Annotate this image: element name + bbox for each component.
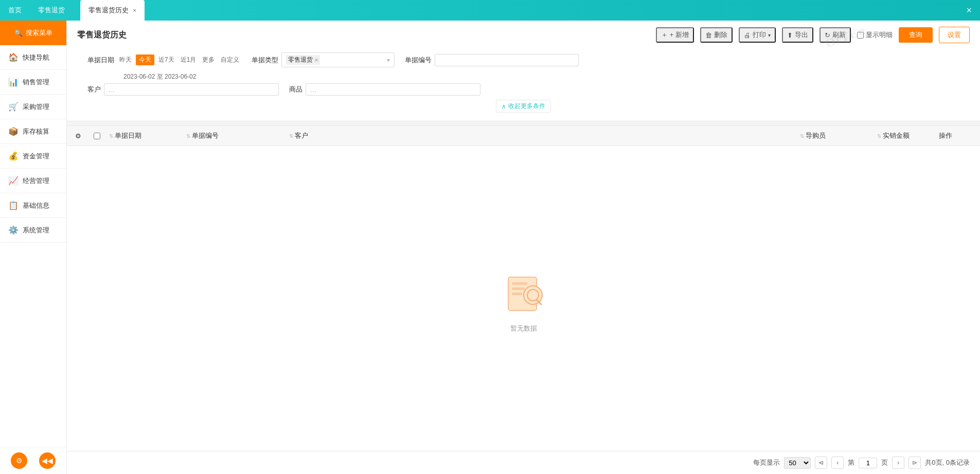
sidebar-item-finance[interactable]: 💰 资金管理: [0, 144, 66, 169]
sidebar: 🔍 搜索菜单 🏠 快捷导航 📊 销售管理 🛒 采购管理 📦 库存核算 💰 资金管…: [0, 21, 67, 474]
shortcut-7days[interactable]: 近7天: [156, 54, 176, 65]
display-detail-checkbox[interactable]: [857, 32, 864, 39]
bill-no-input[interactable]: [435, 54, 579, 66]
sidebar-footer: ⚙ ◀◀: [0, 447, 66, 474]
collapse-label: 收起更多条件: [508, 102, 545, 111]
tab-retail-return-history-close[interactable]: ×: [133, 7, 136, 13]
sidebar-search[interactable]: 🔍 搜索菜单: [0, 21, 66, 45]
tab-retail-return-close[interactable]: ×: [69, 7, 72, 13]
empty-state: 暂无数据: [67, 146, 980, 451]
th-ops: 操作: [935, 131, 976, 140]
new-button[interactable]: ＋ + 新增: [656, 27, 694, 43]
date-filter-label: 单据日期: [87, 56, 114, 65]
sidebar-item-system-label: 系统管理: [23, 226, 49, 235]
print-dropdown-icon: ▾: [768, 32, 771, 38]
shortcut-more[interactable]: 更多: [200, 54, 217, 65]
goods-input[interactable]: ...: [306, 83, 480, 96]
svg-rect-3: [512, 293, 522, 295]
th-ops-label: 操作: [939, 131, 952, 140]
shortcut-1month[interactable]: 近1月: [179, 54, 199, 65]
display-detail-label: 显示明细: [866, 30, 893, 40]
last-page-button[interactable]: ⊳: [908, 457, 921, 469]
purchase-icon: 🛒: [8, 102, 19, 112]
print-button[interactable]: 🖨 打印 ▾: [739, 27, 776, 43]
date-range-display: 2023-06-02 至 2023-06-02: [123, 73, 196, 80]
query-label: 查询: [909, 31, 922, 39]
sort-guide-icon: ⇅: [800, 133, 804, 139]
search-icon: 🔍: [14, 29, 23, 37]
page-size-label: 每页显示: [753, 458, 780, 467]
sidebar-item-purchase-label: 采购管理: [23, 102, 49, 112]
delete-icon: 🗑: [705, 31, 712, 39]
page-size-select[interactable]: 50 20 100: [784, 457, 811, 469]
sidebar-audio-button[interactable]: ◀◀: [39, 452, 56, 469]
operations-icon: 📈: [8, 176, 19, 186]
collapse-button[interactable]: ∧ 收起更多条件: [496, 100, 551, 113]
tab-home[interactable]: 首页: [0, 0, 30, 21]
th-date-label: 单据日期: [115, 131, 141, 140]
gear-icon: ⚙: [75, 132, 81, 140]
th-customer: ⇅ 客户: [285, 131, 796, 140]
sidebar-item-basic-info[interactable]: 📋 基础信息: [0, 193, 66, 218]
settings-button[interactable]: 设置: [939, 27, 970, 43]
bill-type-label: 单据类型: [252, 56, 278, 65]
sidebar-item-quicknav[interactable]: 🏠 快捷导航: [0, 45, 66, 70]
bill-type-tag-remove[interactable]: ×: [314, 57, 318, 64]
bill-type-tag-value: 零售退货: [288, 56, 313, 64]
th-customer-label: 客户: [295, 131, 308, 140]
select-all-checkbox[interactable]: [94, 133, 100, 139]
sidebar-item-inventory-label: 库存核算: [23, 127, 49, 136]
topbar-close-button[interactable]: ×: [958, 5, 980, 16]
export-button[interactable]: ⬆ 导出: [782, 27, 813, 43]
tab-retail-return-history[interactable]: 零售退货历史 ×: [80, 0, 144, 21]
page-word: 第: [848, 458, 854, 467]
delete-button[interactable]: 🗑 删除: [700, 27, 733, 43]
customer-input[interactable]: ...: [104, 83, 279, 96]
basic-info-icon: 📋: [8, 200, 19, 210]
sales-icon: 📊: [8, 77, 19, 87]
shortcut-yesterday[interactable]: 昨天: [117, 54, 134, 65]
bill-no-label: 单据编号: [405, 56, 432, 65]
bill-type-filter-item: 单据类型 零售退货 × ▾: [252, 52, 395, 67]
sidebar-item-system[interactable]: ⚙️ 系统管理: [0, 218, 66, 243]
th-checkbox[interactable]: [90, 133, 105, 139]
page-number-input[interactable]: [859, 458, 877, 468]
page-unit: 页: [881, 458, 888, 467]
sidebar-settings-button[interactable]: ⚙: [11, 452, 27, 469]
empty-text: 暂无数据: [510, 324, 537, 333]
tab-retail-return[interactable]: 零售退货 ×: [30, 0, 80, 21]
total-text: 共0页, 0条记录: [925, 458, 970, 467]
th-date: ⇅ 单据日期: [105, 131, 182, 140]
bill-type-select[interactable]: 零售退货 × ▾: [281, 52, 395, 67]
sort-amount-icon: ⇅: [877, 133, 881, 139]
date-shortcuts: 昨天 今天 近7天 近1月 更多 自定义: [117, 54, 241, 65]
inventory-icon: 📦: [8, 126, 19, 136]
th-settings[interactable]: ⚙: [71, 132, 90, 140]
new-label: + 新增: [670, 30, 689, 40]
shortcut-today[interactable]: 今天: [136, 54, 154, 65]
th-amount: ⇅ 实销金额: [873, 131, 935, 140]
display-detail-checkbox-group: 显示明细: [857, 30, 893, 40]
empty-illustration: [498, 264, 549, 316]
goods-dots: ...: [310, 85, 316, 94]
th-amount-label: 实销金额: [883, 131, 910, 140]
sidebar-item-sales[interactable]: 📊 销售管理: [0, 70, 66, 95]
sidebar-item-operations[interactable]: 📈 经营管理: [0, 169, 66, 193]
print-label: 打印: [753, 30, 766, 40]
first-page-button[interactable]: ⊲: [815, 457, 827, 469]
table-area: ⚙ ⇅ 单据日期 ⇅ 单据编号 ⇅ 客户 ⇅: [67, 125, 980, 474]
svg-rect-1: [512, 282, 527, 285]
next-page-button[interactable]: ›: [892, 457, 904, 469]
home-icon: 🏠: [8, 52, 19, 62]
refresh-button[interactable]: ↻ 刷新: [819, 27, 851, 43]
filter-area: 单据日期 昨天 今天 近7天 近1月 更多 自定义 单据类型: [77, 48, 970, 121]
bill-type-select-arrow: ▾: [387, 57, 390, 64]
sidebar-item-inventory[interactable]: 📦 库存核算: [0, 119, 66, 144]
shortcut-custom[interactable]: 自定义: [219, 54, 241, 65]
export-label: 导出: [795, 30, 808, 40]
customer-label: 客户: [87, 85, 101, 94]
system-icon: ⚙️: [8, 225, 19, 235]
prev-page-button[interactable]: ‹: [831, 457, 844, 469]
query-button[interactable]: 查询: [899, 27, 933, 43]
sidebar-item-purchase[interactable]: 🛒 采购管理: [0, 95, 66, 119]
